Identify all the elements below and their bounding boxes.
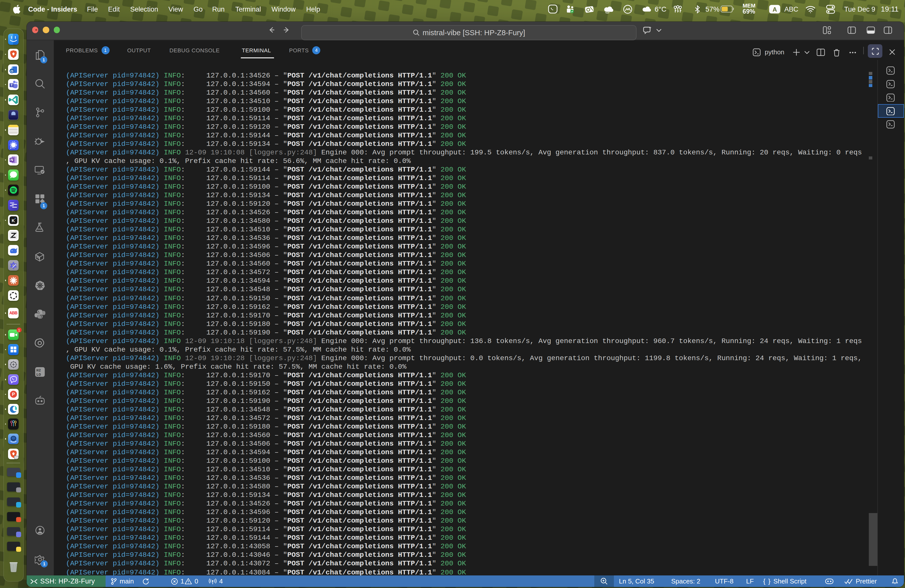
svg-text:T: T xyxy=(10,83,13,87)
svg-text:O: O xyxy=(10,69,13,73)
svg-text:H2: H2 xyxy=(36,368,41,372)
svg-text:K: K xyxy=(11,218,15,223)
svg-text:N: N xyxy=(10,158,13,162)
svg-text:LO: LO xyxy=(36,373,41,377)
svg-text:P: P xyxy=(12,392,15,397)
